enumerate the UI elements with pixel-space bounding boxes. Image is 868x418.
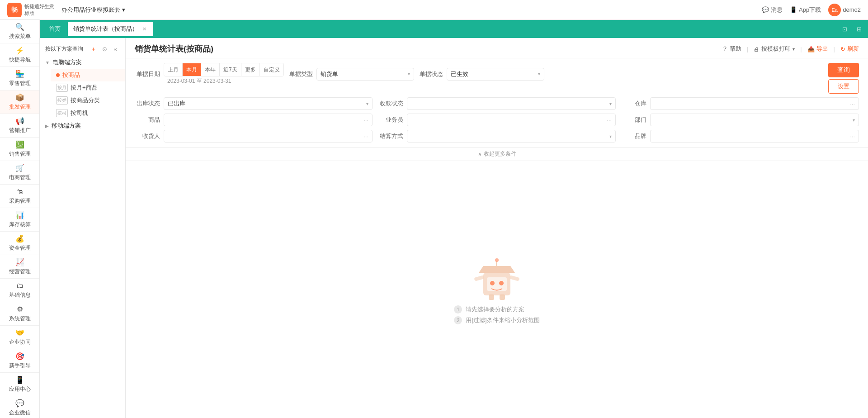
tree-item-by-month-product[interactable]: 按月 按月+商品	[51, 81, 125, 94]
user-menu[interactable]: Ea demo2	[828, 4, 861, 16]
system-icon: ⚙	[17, 305, 23, 314]
sidebar-item-basic[interactable]: 🗂 基础信息	[0, 279, 39, 302]
settings-button[interactable]: 设置	[828, 79, 859, 94]
sidebar-item-search[interactable]: 🔍 搜索菜单	[0, 20, 39, 43]
sidebar-item-purchase[interactable]: 🛍 采购管理	[0, 185, 39, 208]
doc-status-input[interactable]: 已生效 ▾	[447, 68, 544, 81]
tree-item-by-product[interactable]: 按商品	[51, 69, 125, 81]
top-header: 畅 畅捷通好生意 标版 办公用品行业模拟账套 ▾ 💬 消息 📱 App下载 Ea…	[0, 0, 868, 20]
content-area: 首页 销货单统计表（按商品） ✕ ⊡ ⊞ 按以下方案查询 + ⊙ «	[40, 20, 868, 418]
add-scheme-button[interactable]: +	[89, 44, 98, 53]
tree-group-mobile[interactable]: ▶ 移动端方案	[40, 119, 125, 132]
sidebar-item-app-center[interactable]: 📱 应用中心	[0, 373, 39, 396]
payment-chevron-icon: ▾	[609, 134, 612, 139]
date-range-text: 2023-03-01 至 2023-03-31	[167, 77, 284, 85]
doc-type-input[interactable]: 销货单 ▾	[316, 68, 414, 81]
settings-scheme-button[interactable]: ⊙	[100, 44, 109, 53]
sidebar-item-enterprise-collab[interactable]: 🤝 企业协同	[0, 326, 39, 349]
help-button[interactable]: ？ 帮助	[722, 45, 741, 53]
wholesale-icon: 📦	[15, 93, 24, 102]
tab-sales-stat[interactable]: 销货单统计表（按商品） ✕	[68, 22, 153, 36]
sidebar-item-system[interactable]: ⚙ 系统管理	[0, 302, 39, 326]
tab-maximize-button[interactable]: ⊞	[854, 24, 864, 34]
date-btn-last-month[interactable]: 上月	[164, 63, 183, 76]
download-icon: 📱	[790, 6, 797, 13]
tree-expand-arrow-mobile: ▶	[45, 124, 49, 128]
export-button[interactable]: 📤 导出	[807, 45, 828, 53]
date-btn-7days[interactable]: 近7天	[220, 63, 241, 76]
tree-item-by-driver[interactable]: 按司 按司机	[51, 107, 125, 119]
salesperson-dots: ···	[607, 117, 612, 124]
dept-label: 部门	[621, 116, 646, 124]
logo-text: 畅捷通好生意 标版	[24, 3, 54, 16]
workspace-selector[interactable]: 办公用品行业模拟账套 ▾	[58, 4, 129, 16]
empty-step-2: 2 用[过滤]条件来缩小分析范围	[454, 316, 539, 324]
export-icon: 📤	[807, 46, 815, 52]
doc-status-label: 单据状态	[418, 70, 443, 78]
tab-home[interactable]: 首页	[43, 22, 66, 36]
marketing-icon: 📢	[15, 117, 24, 125]
svg-point-3	[490, 281, 495, 285]
sidebar-item-finance[interactable]: 💰 资金管理	[0, 232, 39, 255]
out-status-input[interactable]: 已出库 ▾	[164, 97, 373, 110]
query-button[interactable]: 查询	[828, 63, 859, 77]
dept-input[interactable]: ▾	[650, 114, 859, 126]
print-chevron-icon: ▾	[793, 47, 795, 52]
receiver-input[interactable]: ···	[164, 130, 373, 142]
tree-item-by-category[interactable]: 按类 按商品分类	[51, 94, 125, 107]
sidebar-item-sales-mgmt[interactable]: 💹 销售管理	[0, 138, 39, 161]
header-left: 畅 畅捷通好生意 标版 办公用品行业模拟账套 ▾	[7, 3, 129, 17]
warehouse-input[interactable]: ···	[650, 97, 859, 110]
refresh-button[interactable]: ↻ 刷新	[840, 45, 859, 53]
title-actions: ？ 帮助 | 🖨 按模板打印 ▾ | 📤 导出	[722, 45, 859, 53]
collapse-panel-button[interactable]: «	[111, 44, 120, 53]
sidebar-item-retail[interactable]: 🏪 零售管理	[0, 67, 39, 90]
tab-close-button[interactable]: ✕	[141, 25, 148, 33]
date-btn-this-year[interactable]: 本年	[201, 63, 220, 76]
collapse-more-button[interactable]: ∧ 收起更多条件	[126, 147, 868, 161]
svg-point-4	[499, 281, 504, 285]
date-btn-more[interactable]: 更多	[241, 63, 260, 76]
tab-restore-button[interactable]: ⊡	[839, 24, 850, 34]
finance-icon: 💰	[15, 234, 24, 243]
tab-bar: 首页 销货单统计表（按商品） ✕ ⊡ ⊞	[40, 20, 868, 38]
message-button[interactable]: 💬 消息	[762, 6, 783, 14]
product-input[interactable]: ···	[164, 114, 373, 126]
inventory-icon: 📊	[15, 211, 24, 219]
sidebar-item-ecommerce[interactable]: 🛒 电商管理	[0, 161, 39, 185]
page-title-bar: 销货单统计表(按商品) ？ 帮助 | 🖨 按模板打印 ▾ |	[126, 38, 868, 58]
receiver-dots: ···	[363, 133, 368, 140]
newbie-icon: 🎯	[15, 352, 24, 361]
sidebar-item-quick-nav[interactable]: ⚡ 快捷导航	[0, 43, 39, 67]
doc-type-field: 单据类型 销货单 ▾	[288, 68, 414, 81]
brand-input[interactable]: ···	[650, 130, 859, 142]
sidebar-item-operation[interactable]: 📈 经营管理	[0, 255, 39, 279]
sidebar-item-enterprise-wechat[interactable]: 💬 企业微信	[0, 396, 39, 418]
product-field: 商品 ···	[135, 114, 373, 126]
empty-illustration	[470, 255, 524, 300]
print-template-button[interactable]: 🖨 按模板打印 ▾	[754, 45, 795, 53]
svg-marker-1	[479, 266, 515, 273]
doc-status-chevron-icon: ▾	[538, 71, 540, 76]
app-download-button[interactable]: 📱 App下载	[790, 6, 821, 14]
salesperson-input[interactable]: ···	[407, 114, 616, 126]
receiver-field: 收货人 ···	[135, 130, 373, 142]
page-title: 销货单统计表(按商品)	[135, 43, 213, 54]
sidebar-item-newbie[interactable]: 🎯 新手引导	[0, 349, 39, 373]
empty-steps: 1 请先选择要分析的方案 2 用[过滤]条件来缩小分析范围	[454, 305, 539, 324]
tree-expand-arrow: ▼	[45, 60, 50, 65]
sidebar-item-marketing[interactable]: 📢 营销推广	[0, 114, 39, 138]
sidebar-item-inventory[interactable]: 📊 库存核算	[0, 208, 39, 232]
salesperson-field: 业务员 ···	[378, 114, 616, 126]
receipt-status-input[interactable]: ▾	[407, 97, 616, 110]
sidebar-item-wholesale[interactable]: 📦 批发管理	[0, 90, 39, 114]
date-btn-this-month[interactable]: 本月	[183, 63, 201, 76]
date-btn-custom[interactable]: 自定义	[260, 63, 283, 76]
out-status-chevron-icon: ▾	[366, 101, 368, 106]
page-content: 按以下方案查询 + ⊙ « ▼ 电脑端方案 按商品	[40, 38, 868, 418]
tree-group-desktop[interactable]: ▼ 电脑端方案	[40, 56, 125, 69]
logo-area: 畅 畅捷通好生意 标版	[7, 3, 54, 17]
enterprise-wechat-icon: 💬	[15, 399, 24, 408]
warehouse-dots: ···	[850, 100, 855, 107]
payment-input[interactable]: ▾	[407, 130, 616, 142]
